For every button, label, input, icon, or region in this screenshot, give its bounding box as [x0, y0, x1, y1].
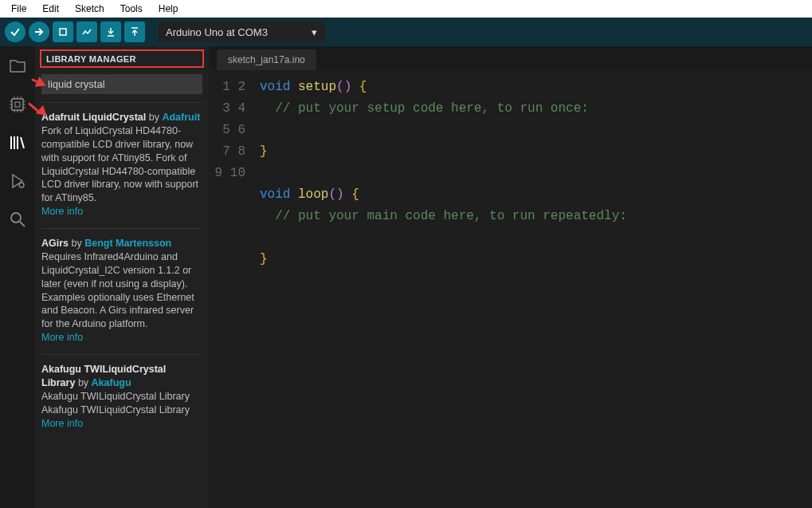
lib-title: Adafruit LiquidCrystal	[41, 112, 146, 123]
library-item[interactable]: Akafugu TWILiquidCrystal Library by Akaf…	[41, 354, 202, 439]
serial-monitor-button[interactable]	[100, 22, 121, 42]
menu-edit[interactable]: Edit	[34, 2, 67, 16]
library-search-input[interactable]	[41, 74, 202, 94]
extra-button[interactable]	[124, 22, 145, 42]
sidebar-title: LIBRARY MANAGER	[46, 54, 136, 64]
sketchbook-icon[interactable]	[7, 56, 28, 77]
svg-point-3	[19, 183, 24, 187]
line-gutter: 1 2 3 4 5 6 7 8 9 10	[209, 77, 260, 508]
svg-rect-0	[60, 29, 66, 35]
lib-author: Bengt Martensson	[84, 238, 171, 249]
menu-file[interactable]: File	[3, 2, 34, 16]
editor-tab[interactable]: sketch_jan17a.ino	[217, 49, 316, 70]
lib-by: by	[72, 238, 82, 249]
lib-desc: Fork of LiquidCrystal HD44780-compatible…	[41, 124, 202, 205]
lib-by: by	[78, 377, 88, 388]
serial-plotter-button[interactable]	[76, 22, 97, 42]
board-selector[interactable]: Arduino Uno at COM3 ▾	[158, 22, 325, 42]
library-list[interactable]: Adafruit LiquidCrystal by AdafruitFork o…	[35, 102, 209, 508]
library-manager-panel: LIBRARY MANAGER Adafruit LiquidCrystal b…	[35, 46, 209, 508]
annotation-highlight: LIBRARY MANAGER	[40, 49, 204, 68]
lib-more-info-link[interactable]: More info	[41, 205, 202, 219]
code-content[interactable]: void setup() { // put your setup code he…	[260, 77, 812, 508]
editor-area: sketch_jan17a.ino 1 2 3 4 5 6 7 8 9 10 v…	[209, 46, 812, 508]
svg-rect-1	[12, 99, 23, 110]
upload-button[interactable]	[29, 22, 49, 42]
library-manager-icon[interactable]	[7, 132, 28, 153]
code-editor[interactable]: 1 2 3 4 5 6 7 8 9 10 void setup() { // p…	[209, 70, 812, 508]
chevron-down-icon: ▾	[312, 26, 317, 38]
lib-desc: Requires Infrared4Arduino and LiquidCrys…	[41, 250, 202, 331]
lib-author: Akafugu	[92, 377, 131, 388]
editor-tabs: sketch_jan17a.ino	[209, 46, 812, 70]
lib-more-info-link[interactable]: More info	[41, 417, 202, 431]
library-item[interactable]: AGirs by Bengt MartenssonRequires Infrar…	[41, 228, 202, 354]
search-icon[interactable]	[7, 209, 28, 230]
menu-tools[interactable]: Tools	[112, 2, 151, 16]
menu-help[interactable]: Help	[151, 2, 186, 16]
lib-more-info-link[interactable]: More info	[41, 331, 202, 345]
board-label: Arduino Uno at COM3	[166, 26, 268, 38]
lib-by: by	[149, 112, 159, 123]
debug-icon[interactable]	[7, 171, 28, 191]
lib-desc: Akafugu TWILiquidCrystal Library Akafugu…	[41, 390, 202, 417]
lib-title: AGirs	[41, 238, 69, 249]
verify-button[interactable]	[5, 22, 25, 42]
library-item[interactable]: Adafruit LiquidCrystal by AdafruitFork o…	[41, 102, 202, 228]
menubar: File Edit Sketch Tools Help	[0, 0, 812, 18]
svg-point-4	[11, 213, 21, 222]
toolbar: Arduino Uno at COM3 ▾	[0, 18, 812, 46]
activity-bar	[0, 46, 35, 508]
debug-button[interactable]	[53, 22, 73, 42]
boards-manager-icon[interactable]	[7, 94, 28, 115]
svg-rect-2	[15, 102, 20, 107]
menu-sketch[interactable]: Sketch	[67, 2, 112, 16]
lib-author: Adafruit	[162, 112, 200, 123]
